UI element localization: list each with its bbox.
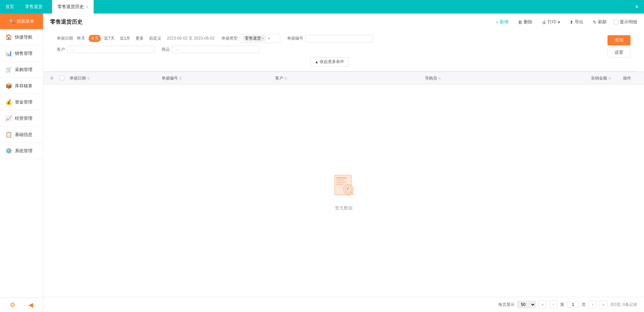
th-number-label: 单据编号 bbox=[162, 75, 178, 81]
print-icon: 🖨 bbox=[542, 20, 546, 25]
svg-rect-2 bbox=[336, 180, 344, 181]
th-action: 操作 bbox=[614, 75, 641, 81]
delete-label: 删除 bbox=[524, 19, 532, 25]
svg-rect-4 bbox=[336, 184, 343, 185]
sidebar-item-basicinfo-label: 基础信息 bbox=[15, 132, 32, 138]
type-filter-label: 单据类型 bbox=[221, 36, 238, 41]
page-title: 零售退货历史 bbox=[50, 19, 82, 26]
date-option-1month[interactable]: 近1月 bbox=[118, 35, 133, 42]
type-filter-select[interactable]: 零售退货 × ▾ bbox=[240, 34, 280, 43]
collapse-up-icon: ▲ bbox=[315, 60, 319, 64]
per-page-label: 每页显示 bbox=[498, 302, 515, 308]
settings-bottom-icon[interactable]: ⚙ bbox=[10, 301, 15, 309]
sidebar-item-finance[interactable]: 💰 资金管理 bbox=[0, 94, 43, 110]
th-number-sort: ⇅ bbox=[179, 76, 182, 80]
content-area: 零售退货历史 + 新增 🗑 删除 🖨 打印 ▾ bbox=[43, 14, 644, 312]
refresh-button[interactable]: ↻ 刷新 bbox=[590, 18, 610, 26]
filter-row-2: 客户 ... 商品 ... bbox=[57, 46, 602, 53]
filter-type-item: 单据类型 零售退货 × ▾ bbox=[221, 34, 280, 43]
filter-right: 查询 设置 bbox=[602, 34, 630, 68]
th-date[interactable]: 单据日期 ⇅ bbox=[67, 75, 159, 81]
svg-rect-3 bbox=[336, 182, 346, 183]
type-tag-close[interactable]: × bbox=[262, 37, 264, 40]
refresh-icon: ↻ bbox=[593, 20, 597, 25]
tab-list: 首页 零售退货 × 零售退货历史 × bbox=[0, 0, 629, 14]
inventory-icon: 📦 bbox=[5, 83, 12, 89]
goods-filter-select[interactable]: ... bbox=[172, 46, 260, 53]
tab-retail-return-history-close[interactable]: × bbox=[86, 5, 88, 9]
sidebar-nav: 🏠 快捷导航 📊 销售管理 🛒 采购管理 📦 库存核算 💰 资金管理 📈 bbox=[0, 29, 43, 297]
page-label: 第 bbox=[560, 302, 564, 308]
goods-filter-label: 商品 bbox=[162, 47, 170, 52]
window-close-button[interactable]: × bbox=[629, 3, 644, 10]
query-button[interactable]: 查询 bbox=[607, 35, 630, 45]
date-option-more[interactable]: 更多 bbox=[134, 35, 146, 42]
sidebar-item-system-label: 系统管理 bbox=[15, 148, 32, 154]
filter-collapse-row: ▲ 收起更多条件 bbox=[57, 56, 602, 68]
new-button[interactable]: + 新增 bbox=[493, 18, 511, 26]
filter-main: 单据日期 昨天 今天 近7天 近1月 更多 自定义 2023-06-02 至 2… bbox=[57, 34, 630, 68]
empty-state: 暂无数据 bbox=[43, 85, 644, 297]
sidebar-item-system[interactable]: ⚙️ 系统管理 bbox=[0, 143, 43, 159]
collapse-sidebar-icon[interactable]: ◀ bbox=[28, 301, 33, 309]
th-guide[interactable]: 导购员 ⇅ bbox=[422, 75, 536, 81]
number-filter-input[interactable] bbox=[305, 35, 373, 42]
per-page-select[interactable]: 50 100 200 bbox=[517, 301, 536, 308]
finance-icon: 💰 bbox=[5, 99, 12, 105]
print-button[interactable]: 🖨 打印 ▾ bbox=[539, 18, 563, 26]
filter-settings-button[interactable]: 设置 bbox=[607, 47, 630, 58]
date-filter-label: 单据日期 bbox=[57, 36, 73, 41]
th-amount-label: 实销金额 bbox=[591, 75, 607, 81]
sidebar-search[interactable]: 🔍 搜索菜单 bbox=[0, 14, 43, 29]
number-filter-label: 单据编号 bbox=[287, 36, 303, 41]
tab-retail-return-history-label: 零售退货历史 bbox=[57, 4, 84, 10]
print-dropdown-icon: ▾ bbox=[558, 20, 560, 25]
first-page-button[interactable]: « bbox=[539, 300, 547, 309]
sidebar-item-inventory[interactable]: 📦 库存核算 bbox=[0, 78, 43, 94]
sidebar-item-purchase-label: 采购管理 bbox=[15, 67, 32, 73]
select-all-checkbox[interactable] bbox=[59, 75, 64, 80]
show-detail-checkbox[interactable] bbox=[614, 20, 618, 24]
th-number[interactable]: 单据编号 ⇅ bbox=[159, 75, 272, 81]
sidebar-item-quicknav[interactable]: 🏠 快捷导航 bbox=[0, 29, 43, 45]
date-option-today[interactable]: 今天 bbox=[89, 35, 101, 42]
sidebar-item-purchase[interactable]: 🛒 采购管理 bbox=[0, 62, 43, 78]
page-number-input[interactable] bbox=[567, 301, 579, 308]
tab-retail-return[interactable]: 零售退货 × bbox=[20, 0, 52, 14]
collapse-filter-button[interactable]: ▲ 收起更多条件 bbox=[310, 57, 349, 66]
toolbar: + 新增 🗑 删除 🖨 打印 ▾ ⬆ 导出 bbox=[493, 18, 637, 26]
date-range-display: 2023-06-02 至 2023-06-02 bbox=[167, 36, 214, 41]
th-customer[interactable]: 客户 ⇅ bbox=[272, 75, 422, 81]
next-page-button[interactable]: › bbox=[589, 300, 597, 309]
filter-goods-item: 商品 ... bbox=[162, 46, 260, 53]
prev-page-button[interactable]: ‹ bbox=[549, 300, 557, 309]
type-tag-value: 零售退货 bbox=[245, 36, 261, 41]
sidebar-item-sales[interactable]: 📊 销售管理 bbox=[0, 45, 43, 62]
date-option-7days[interactable]: 近7天 bbox=[102, 35, 117, 42]
sidebar-item-basicinfo[interactable]: 📋 基础信息 bbox=[0, 127, 43, 143]
type-dropdown-arrow: ▾ bbox=[268, 37, 270, 40]
sidebar: 🔍 搜索菜单 🏠 快捷导航 📊 销售管理 🛒 采购管理 📦 库存核算 💰 bbox=[0, 14, 43, 312]
delete-button[interactable]: 🗑 删除 bbox=[515, 18, 535, 26]
customer-filter-select[interactable]: ... bbox=[67, 46, 155, 53]
th-amount[interactable]: 实销金额 ⇅ bbox=[536, 75, 614, 81]
tab-retail-return-close[interactable]: × bbox=[45, 5, 47, 9]
sidebar-item-operations[interactable]: 📈 经营管理 bbox=[0, 110, 43, 127]
refresh-label: 刷新 bbox=[598, 19, 607, 25]
page-unit: 页 bbox=[582, 302, 586, 308]
search-icon: 🔍 bbox=[9, 19, 15, 24]
tab-retail-return-history[interactable]: 零售退货历史 × bbox=[52, 0, 93, 14]
tab-home[interactable]: 首页 bbox=[0, 0, 20, 14]
date-option-custom[interactable]: 自定义 bbox=[147, 35, 163, 42]
tab-home-label: 首页 bbox=[5, 4, 14, 10]
show-detail-label: 显示明细 bbox=[620, 19, 637, 25]
table-settings-icon[interactable]: ⚙ bbox=[47, 76, 57, 81]
new-label: 新增 bbox=[500, 19, 508, 25]
main-layout: 🔍 搜索菜单 🏠 快捷导航 📊 销售管理 🛒 采购管理 📦 库存核算 💰 bbox=[0, 14, 644, 312]
table-check-all[interactable] bbox=[57, 75, 67, 81]
th-action-label: 操作 bbox=[623, 75, 631, 81]
th-customer-sort: ⇅ bbox=[284, 76, 287, 80]
date-option-yesterday[interactable]: 昨天 bbox=[75, 35, 87, 42]
export-button[interactable]: ⬆ 导出 bbox=[567, 18, 586, 26]
last-page-button[interactable]: » bbox=[599, 300, 607, 309]
